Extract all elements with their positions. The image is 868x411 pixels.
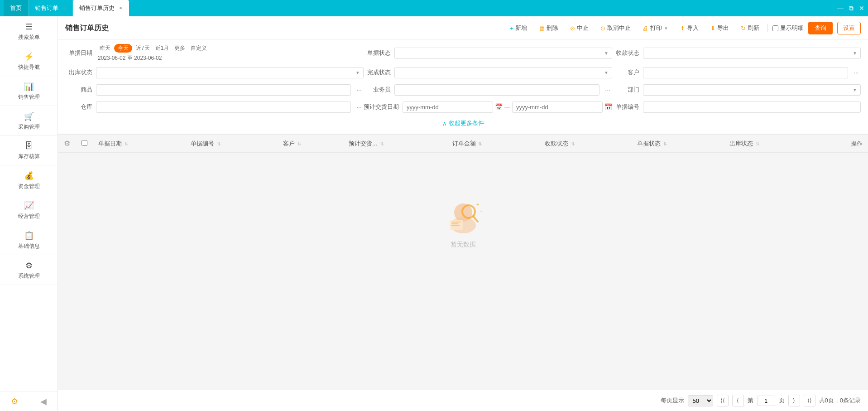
expected-delivery-end[interactable] (512, 102, 603, 113)
col-order-status: 单据状态 ⇅ (632, 135, 724, 153)
page-prev-btn[interactable]: ⟨ (732, 395, 744, 406)
order-status-select[interactable] (394, 48, 612, 59)
show-details-checkbox[interactable]: 显示明细 (772, 24, 804, 32)
col-customer-sort-icon[interactable]: ⇅ (297, 141, 301, 146)
customer-dots-icon[interactable]: ··· (852, 69, 861, 76)
sidebar-item-base-info[interactable]: 📋 基础信息 (0, 225, 58, 255)
page-next-btn[interactable]: ⟩ (788, 395, 800, 406)
sidebar-item-finance[interactable]: 💰 资金管理 (0, 165, 58, 195)
sidebar-settings-icon[interactable]: ⚙ (11, 396, 18, 406)
tab-sales-order-history[interactable]: 销售订单历史 × (73, 0, 129, 16)
print-button[interactable]: 🖨 打印 ▼ (639, 22, 672, 34)
goods-label: 商品 (65, 86, 92, 94)
dept-select[interactable] (643, 84, 861, 96)
svg-text:✦: ✦ (476, 202, 480, 207)
sidebar-collapse-icon[interactable]: ◀ (40, 396, 47, 406)
tab-home[interactable]: 首页 (4, 0, 29, 16)
sidebar-item-purchase-mgmt-label: 采购管理 (18, 123, 40, 131)
warehouse-label: 仓库 (65, 103, 92, 111)
col-delivery-status-sort-icon[interactable]: ⇅ (756, 141, 759, 146)
expected-delivery-label: 预计交货日期 (364, 103, 399, 111)
stop-button[interactable]: ⊘ 中止 (566, 22, 592, 34)
col-no-sort-icon[interactable]: ⇅ (217, 141, 221, 146)
delete-button[interactable]: 🗑 删除 (535, 22, 562, 34)
sidebar-item-inventory-label: 库存核算 (18, 153, 40, 160)
sidebar-item-quick-nav[interactable]: ⚡ 快捷导航 (0, 46, 58, 76)
cal-start-icon[interactable]: 📅 (495, 103, 503, 111)
date-tag-custom[interactable]: 自定义 (189, 44, 209, 53)
sidebar-item-sales-mgmt[interactable]: 📊 销售管理 (0, 76, 58, 106)
window-minimize-icon[interactable]: — (837, 5, 844, 12)
completion-status-select-wrapper: ▼ (394, 67, 612, 78)
warehouse-dots-icon[interactable]: ··· (355, 103, 364, 111)
system-mgmt-icon: ⚙ (25, 261, 33, 271)
tab-sales-order[interactable]: 销售订单 × (29, 0, 73, 16)
date-label: 单据日期 (65, 49, 92, 57)
window-close-icon[interactable]: ✕ (859, 5, 864, 12)
per-page-select[interactable]: 50 10 20 100 (688, 395, 713, 406)
refresh-button[interactable]: ↻ 刷新 (737, 22, 763, 34)
salesperson-input[interactable] (394, 84, 599, 96)
stop-label: 中止 (577, 24, 589, 32)
delivery-status-select[interactable] (96, 67, 364, 78)
col-date: 单据日期 ⇅ (93, 135, 185, 153)
col-date-sort-icon[interactable]: ⇅ (125, 141, 128, 146)
select-all-checkbox[interactable] (82, 140, 87, 146)
ops-icon: 📈 (24, 201, 34, 211)
goods-dots-icon[interactable]: ··· (355, 86, 364, 93)
settings-button[interactable]: 设置 (837, 22, 861, 34)
new-button[interactable]: + 新增 (507, 22, 531, 34)
tab-sales-order-close[interactable]: × (63, 5, 66, 11)
settings-label: 设置 (843, 24, 855, 32)
new-icon: + (510, 25, 514, 32)
completion-status-select[interactable] (394, 67, 612, 78)
collapse-button[interactable]: ∧ 收起更多条件 (65, 117, 861, 129)
date-tag-today[interactable]: 今天 (114, 44, 132, 53)
date-tag-1month[interactable]: 近1月 (153, 44, 171, 53)
import-button[interactable]: ⬆ 导入 (676, 22, 702, 34)
cal-end-icon[interactable]: 📅 (604, 103, 612, 111)
sidebar-item-purchase-mgmt[interactable]: 🛒 采购管理 (0, 106, 58, 136)
svg-rect-5 (451, 222, 460, 222)
export-button[interactable]: ⬇ 导出 (707, 22, 733, 34)
page-number-input[interactable] (757, 396, 775, 406)
sidebar-item-search-menu[interactable]: ☰ 搜索菜单 (0, 16, 58, 46)
customer-input[interactable] (643, 67, 848, 78)
payment-status-select[interactable] (643, 48, 861, 59)
sidebar-item-system-mgmt[interactable]: ⚙ 系统管理 (0, 255, 58, 285)
cancel-stop-button[interactable]: ⊙ 取消中止 (597, 22, 634, 34)
table-settings-icon[interactable]: ⚙ (64, 140, 70, 147)
col-payment-status-sort-icon[interactable]: ⇅ (571, 141, 575, 146)
sidebar-item-sales-mgmt-label: 销售管理 (18, 93, 40, 101)
content-area: 销售订单历史 + 新增 🗑 删除 ⊘ 中止 ⊙ (58, 16, 868, 411)
salesperson-dots-icon[interactable]: ··· (603, 86, 612, 93)
query-button[interactable]: 查询 (808, 22, 833, 34)
col-order-status-sort-icon[interactable]: ⇅ (663, 141, 667, 146)
goods-input[interactable] (96, 84, 351, 96)
tab-sales-order-history-label: 销售订单历史 (79, 4, 115, 12)
col-amount-sort-icon[interactable]: ⇅ (478, 141, 482, 146)
page-last-btn[interactable]: ⟩⟩ (804, 395, 815, 406)
col-expected-delivery-sort-icon[interactable]: ⇅ (380, 141, 384, 146)
page-first-btn[interactable]: ⟨⟨ (717, 395, 729, 406)
payment-status-label: 收款状态 (612, 49, 639, 57)
svg-rect-7 (451, 225, 460, 226)
warehouse-input[interactable] (96, 102, 351, 113)
date-filter: 单据日期 昨天 今天 近7天 近1月 更多 自定义 2023-06-02 至 2… (65, 44, 364, 62)
order-no-input[interactable] (643, 102, 861, 113)
tab-sales-order-history-close[interactable]: × (119, 5, 122, 11)
completion-status-label: 完成状态 (364, 68, 391, 77)
sidebar-item-inventory[interactable]: 🗄 库存核算 (0, 136, 58, 165)
finance-icon: 💰 (24, 171, 34, 181)
page-suffix: 页 (779, 396, 785, 405)
date-tag-yesterday[interactable]: 昨天 (98, 44, 112, 53)
show-details-input[interactable] (772, 25, 778, 31)
date-tag-7days[interactable]: 近7天 (134, 44, 152, 53)
delete-icon: 🗑 (539, 25, 545, 32)
col-customer: 客户 ⇅ (278, 135, 343, 153)
collapse-up-icon: ∧ (442, 120, 447, 127)
expected-delivery-start[interactable] (403, 102, 493, 113)
window-restore-icon[interactable]: ⧉ (849, 5, 854, 12)
sidebar-item-ops[interactable]: 📈 经营管理 (0, 195, 58, 225)
date-tag-more[interactable]: 更多 (173, 44, 187, 53)
